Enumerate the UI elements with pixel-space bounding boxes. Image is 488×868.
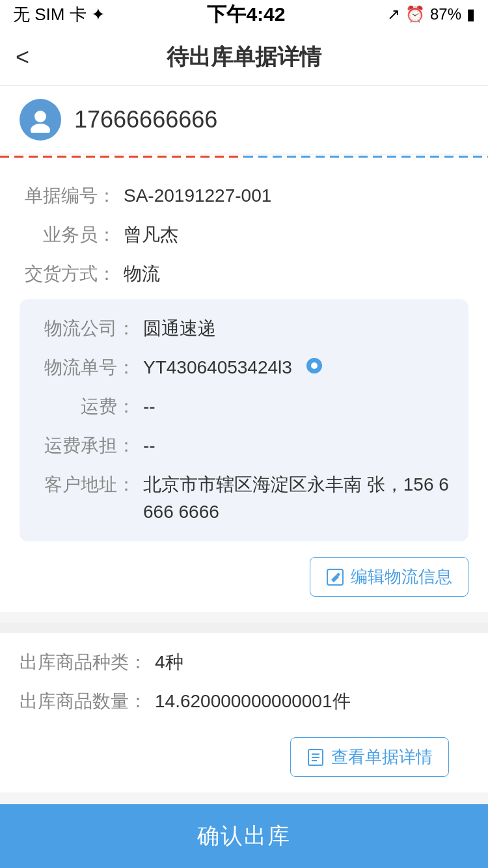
status-right: ↗ ⏰ 87% ▮ (387, 5, 475, 23)
tracking-number-label: 物流单号： (39, 354, 143, 381)
goods-quantity-row: 出库商品数量： 14.620000000000001件 (20, 688, 468, 715)
confirm-button-label: 确认出库 (197, 821, 291, 851)
svg-point-5 (311, 362, 318, 369)
nav-bar: < 待出库单据详情 (0, 29, 488, 86)
goods-section: 出库商品种类： 4种 出库商品数量： 14.620000000000001件 查… (0, 633, 488, 793)
location-status-icon: ↗ (387, 5, 400, 23)
customer-phone: 17666666666 (74, 106, 217, 133)
alarm-icon: ⏰ (405, 5, 425, 23)
battery-icon: ▮ (467, 5, 475, 23)
status-bar: 无 SIM 卡 ✦ 下午4:42 ↗ ⏰ 87% ▮ (0, 0, 488, 29)
logistics-card: 物流公司： 圆通速递 物流单号： YT43064053424l3 运费： -- (20, 299, 468, 541)
view-details-label: 查看单据详情 (331, 746, 433, 768)
user-icon (27, 107, 53, 133)
edit-logistics-label: 编辑物流信息 (351, 565, 452, 588)
sales-person-value: 曾凡杰 (124, 221, 468, 249)
address-label: 客户地址： (39, 471, 143, 498)
back-icon: < (16, 44, 29, 70)
address-row: 客户地址： 北京市市辖区海淀区永丰南 张，156 6666 6666 (39, 471, 449, 526)
freight-bearer-label: 运费承担： (39, 432, 143, 459)
goods-quantity-label: 出库商品数量： (20, 688, 155, 715)
goods-type-label: 出库商品种类： (20, 649, 155, 676)
edit-btn-row: 编辑物流信息 (20, 552, 468, 597)
delivery-method-label: 交货方式： (20, 260, 124, 288)
edit-icon (326, 568, 344, 586)
document-icon (306, 748, 325, 766)
section-divider (0, 623, 488, 633)
view-details-button[interactable]: 查看单据详情 (290, 737, 449, 777)
sales-person-row: 业务员： 曾凡杰 (20, 221, 468, 249)
tracking-number-value: YT43064053424l3 (143, 354, 449, 381)
svg-point-1 (31, 124, 50, 133)
edit-logistics-button[interactable]: 编辑物流信息 (310, 557, 468, 597)
view-details-btn-row: 查看单据详情 (20, 727, 468, 793)
goods-type-row: 出库商品种类： 4种 (20, 649, 468, 676)
page-title: 待出库单据详情 (167, 42, 321, 72)
address-value: 北京市市辖区海淀区永丰南 张，156 6666 6666 (143, 471, 449, 526)
sim-status: 无 SIM 卡 ✦ (13, 3, 105, 26)
freight-label: 运费： (39, 393, 143, 420)
logistics-company-label: 物流公司： (39, 315, 143, 342)
sales-person-label: 业务员： (20, 221, 124, 249)
customer-row: 17666666666 (0, 86, 488, 154)
svg-point-0 (34, 111, 46, 122)
tracking-number-row: 物流单号： YT43064053424l3 (39, 354, 449, 381)
document-number-label: 单据编号： (20, 182, 124, 210)
dashed-divider-container (0, 155, 488, 167)
delivery-method-value: 物流 (124, 260, 468, 288)
avatar (20, 99, 61, 141)
battery-level: 87% (430, 5, 461, 23)
document-number-row: 单据编号： SA-20191227-001 (20, 182, 468, 210)
back-button[interactable]: < (16, 44, 29, 71)
confirm-button[interactable]: 确认出库 (0, 804, 488, 868)
status-time: 下午4:42 (207, 1, 285, 28)
freight-value: -- (143, 393, 449, 420)
divider-svg (0, 155, 488, 159)
logistics-company-row: 物流公司： 圆通速递 (39, 315, 449, 342)
document-number-value: SA-20191227-001 (124, 182, 468, 210)
dashed-divider (0, 155, 488, 159)
goods-type-value: 4种 (155, 649, 468, 676)
logistics-company-value: 圆通速递 (143, 315, 449, 342)
freight-row: 运费： -- (39, 393, 449, 420)
basic-info-section: 单据编号： SA-20191227-001 业务员： 曾凡杰 交货方式： 物流 … (0, 167, 488, 612)
freight-bearer-value: -- (143, 432, 449, 459)
freight-bearer-row: 运费承担： -- (39, 432, 449, 459)
location-icon[interactable] (303, 356, 326, 379)
delivery-method-row: 交货方式： 物流 (20, 260, 468, 288)
tracking-number-text: YT43064053424l3 (143, 354, 292, 381)
status-left: 无 SIM 卡 ✦ (13, 3, 105, 26)
goods-quantity-value: 14.620000000000001件 (155, 688, 468, 715)
